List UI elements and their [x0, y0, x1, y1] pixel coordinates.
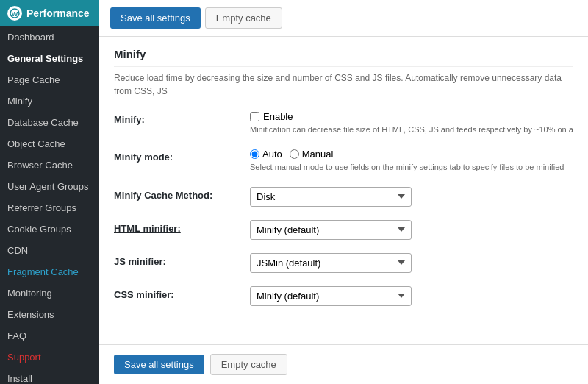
css-minifier-label: CSS minifier:	[114, 286, 250, 300]
minify-mode-radio-row: Auto Manual	[250, 149, 573, 160]
sidebar-item-faq[interactable]: FAQ	[0, 325, 99, 346]
minify-mode-manual-option[interactable]: Manual	[290, 149, 334, 160]
minify-enable-checkbox-label: Enable	[263, 111, 293, 122]
sidebar: W Performance Dashboard General Settings…	[0, 0, 99, 384]
minify-mode-manual-label: Manual	[302, 149, 334, 160]
sidebar-item-database-cache[interactable]: Database Cache	[0, 112, 99, 133]
minify-enable-hint: Minification can decrease file size of H…	[250, 124, 573, 135]
save-all-settings-button-top[interactable]: Save all settings	[110, 7, 201, 29]
sidebar-item-monitoring[interactable]: Monitoring	[0, 282, 99, 304]
sidebar-item-browser-cache[interactable]: Browser Cache	[0, 154, 99, 176]
logo-icon: W	[7, 6, 22, 21]
top-buttons-bar: Save all settings Empty cache	[99, 0, 588, 37]
sidebar-item-cdn[interactable]: CDN	[0, 240, 99, 261]
empty-cache-button[interactable]: Empty cache	[210, 354, 287, 375]
sidebar-item-object-cache[interactable]: Object Cache	[0, 133, 99, 154]
sidebar-item-dashboard[interactable]: Dashboard	[0, 26, 99, 48]
minify-mode-manual-radio[interactable]	[290, 149, 299, 159]
sidebar-item-install[interactable]: Install	[0, 368, 99, 384]
sidebar-item-referrer-groups[interactable]: Referrer Groups	[0, 197, 99, 218]
html-minifier-control: Minify (default)	[250, 220, 573, 240]
minify-enable-checkbox-row: Enable	[250, 111, 573, 122]
minify-mode-control: Auto Manual Select manual mode to use fi…	[250, 149, 573, 173]
html-minifier-select[interactable]: Minify (default)	[250, 220, 412, 240]
minify-mode-auto-label: Auto	[262, 149, 282, 160]
html-minifier-label: HTML minifier:	[114, 220, 250, 234]
minify-cache-method-label: Minify Cache Method:	[114, 187, 250, 201]
section-description: Reduce load time by decreasing the size …	[114, 71, 573, 98]
sidebar-item-general-settings[interactable]: General Settings	[0, 48, 99, 69]
save-all-settings-button[interactable]: Save all settings	[114, 355, 204, 374]
minify-enable-control: Enable Minification can decrease file si…	[250, 111, 573, 135]
minify-cache-method-control: Disk	[250, 187, 573, 207]
sidebar-item-user-agent-groups[interactable]: User Agent Groups	[0, 176, 99, 197]
sidebar-item-extensions[interactable]: Extensions	[0, 304, 99, 325]
bottom-bar: Save all settings Empty cache	[99, 344, 588, 384]
minify-mode-hint: Select manual mode to use fields on the …	[250, 162, 573, 173]
js-minifier-label: JS minifier:	[114, 253, 250, 267]
field-minify-mode: Minify mode: Auto Manual Select manual m…	[114, 149, 573, 173]
sidebar-item-page-cache[interactable]: Page Cache	[0, 69, 99, 90]
sidebar-header: W Performance	[0, 0, 99, 26]
js-minifier-control: JSMin (default)	[250, 253, 573, 273]
minify-mode-label: Minify mode:	[114, 149, 250, 163]
sidebar-item-cookie-groups[interactable]: Cookie Groups	[0, 218, 99, 240]
minify-enable-checkbox[interactable]	[250, 112, 259, 121]
section-title: Minify	[114, 48, 573, 67]
field-js-minifier: JS minifier: JSMin (default)	[114, 253, 573, 273]
content-area: Minify Reduce load time by decreasing th…	[99, 37, 588, 344]
field-minify-enable: Minify: Enable Minification can decrease…	[114, 111, 573, 135]
sidebar-item-support[interactable]: Support	[0, 346, 99, 368]
empty-cache-button-top[interactable]: Empty cache	[205, 7, 282, 29]
sidebar-item-minify[interactable]: Minify	[0, 90, 99, 112]
sidebar-item-fragment-cache[interactable]: Fragment Cache	[0, 261, 99, 282]
main-content: Save all settings Empty cache Minify Red…	[99, 0, 588, 384]
sidebar-title: Performance	[26, 7, 90, 19]
css-minifier-control: Minify (default)	[250, 286, 573, 306]
minify-enable-label: Minify:	[114, 111, 250, 125]
field-css-minifier: CSS minifier: Minify (default)	[114, 286, 573, 306]
svg-text:W: W	[12, 10, 18, 18]
field-minify-cache-method: Minify Cache Method: Disk	[114, 187, 573, 207]
js-minifier-select[interactable]: JSMin (default)	[250, 253, 412, 273]
minify-mode-auto-option[interactable]: Auto	[250, 149, 282, 160]
css-minifier-select[interactable]: Minify (default)	[250, 286, 412, 306]
minify-mode-auto-radio[interactable]	[250, 149, 259, 159]
minify-cache-method-select[interactable]: Disk	[250, 187, 412, 207]
field-html-minifier: HTML minifier: Minify (default)	[114, 220, 573, 240]
